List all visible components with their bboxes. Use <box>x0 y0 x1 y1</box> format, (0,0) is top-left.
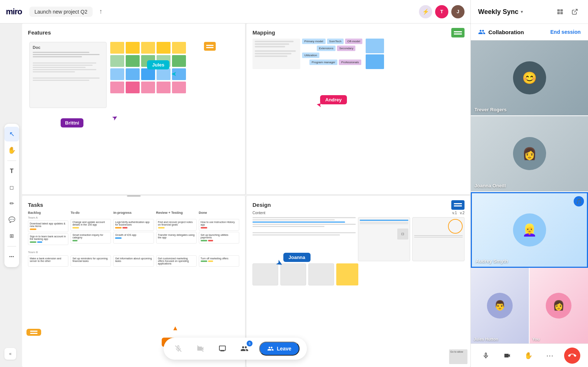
session-chevron-icon[interactable]: ▾ <box>521 9 523 14</box>
tool-hand[interactable]: ✋ <box>4 143 19 158</box>
mapping-text-area <box>252 39 300 69</box>
svg-rect-5 <box>560 12 563 14</box>
kanban-col-inprogress[interactable]: In-progress LogicVerify authentication a… <box>113 211 154 246</box>
cursor-arrow-jules: ➤ <box>171 70 177 78</box>
end-call-button[interactable] <box>564 348 580 364</box>
toolbar-divider-1 <box>7 161 16 161</box>
comment-bubble-orange-features[interactable] <box>204 42 216 51</box>
design-wire-1[interactable] <box>252 263 278 285</box>
kanban-col-todo-title: To-do <box>71 211 111 215</box>
ctrl-mic-button[interactable] <box>478 348 493 363</box>
flow-boxes[interactable]: Primary model SomTech Off-model Extensio… <box>302 39 362 69</box>
kanban-col-backlog[interactable]: Backlog Team A Download latest app updat… <box>28 211 68 246</box>
inprogress-card-2[interactable]: Growth of iOS app <box>113 232 154 244</box>
kanban-col-done[interactable]: Done How to use Instruction History app … <box>199 211 239 246</box>
ctrl-more-button[interactable]: ⋯ <box>543 348 557 363</box>
avatar-user1[interactable]: T <box>435 5 448 18</box>
right-panel-header: Weekly Sync ▾ <box>471 0 588 24</box>
backlog-card-2[interactable]: Sign-in to team bank account in the bank… <box>28 233 68 245</box>
team-b-card-3[interactable]: Get information about upcoming tasks <box>113 255 154 267</box>
review-card-1[interactable]: Find and recover project notes on financ… <box>156 219 197 231</box>
end-session-button[interactable]: End session <box>551 29 581 35</box>
team-b-card-1[interactable]: Make a bank extension and server to the … <box>28 255 68 267</box>
comment-bubble-green-mapping[interactable] <box>451 28 465 37</box>
quadrant-mapping[interactable]: Mapping <box>247 24 470 195</box>
features-title: Features <box>28 29 239 36</box>
done-card-2[interactable]: Set up launching utilities payments <box>199 232 239 244</box>
tool-sticky[interactable]: ◻ <box>4 180 19 195</box>
kanban-col-review[interactable]: Review + Testing Find and recover projec… <box>156 211 197 246</box>
right-panel: Weekly Sync ▾ Collaboration End session … <box>470 0 588 367</box>
external-link-icon[interactable] <box>569 6 581 18</box>
collab-bar: Collaboration End session <box>471 24 588 40</box>
mic-mute-button[interactable] <box>171 341 186 356</box>
video-stop-button[interactable] <box>193 341 208 356</box>
todo-card-1[interactable]: Change and update account details in the… <box>71 219 111 231</box>
avatar-you: 👩 <box>546 293 571 319</box>
video-tile-jules-h[interactable]: 👨 Jules Hutton <box>471 268 530 343</box>
video-label-audrey: Audrey Smyth <box>476 258 508 264</box>
backlog-card-1[interactable]: Download latest app updates & new items <box>28 220 68 232</box>
todo-card-2[interactable]: Smart extraction inquiry for category <box>71 232 111 244</box>
svg-line-6 <box>574 9 577 12</box>
tool-select[interactable]: ↖ <box>4 127 19 141</box>
team-b-card-5[interactable]: Turn off marketing offers <box>199 255 239 267</box>
video-tile-trever[interactable]: 😊 Trever Rogers <box>471 40 588 116</box>
design-wireframes-row2[interactable] <box>252 263 465 285</box>
design-wire-3[interactable] <box>308 263 334 285</box>
team-b-card-2[interactable]: Set up reminders for upcoming financial … <box>71 255 111 267</box>
kanban-col-inprogress-title: In-progress <box>113 211 154 215</box>
video-tile-joanna-o[interactable]: 👩 Joanna Oneill <box>471 116 588 192</box>
team-b-card-4[interactable]: Get customized marketing offers focused … <box>156 255 197 267</box>
video-you: 👩 <box>530 268 588 343</box>
design-v2-mockup[interactable] <box>412 217 465 261</box>
mapping-flow[interactable]: Primary model SomTech Off-model Extensio… <box>252 39 465 69</box>
ctrl-hand-button[interactable]: ✋ <box>521 348 536 363</box>
leave-button[interactable]: Leave <box>259 342 300 356</box>
design-bottom-stickies[interactable]: Go to allow <box>449 349 467 364</box>
layout-icon[interactable] <box>554 6 566 18</box>
chat-bubble-bottom-left[interactable] <box>26 329 41 336</box>
project-title[interactable]: Launch new project Q2 <box>29 7 93 17</box>
design-sticky-yellow[interactable] <box>336 263 358 285</box>
design-v2-label: v.2 <box>460 211 465 215</box>
kanban-board[interactable]: Backlog Team A Download latest app updat… <box>28 211 239 246</box>
mapping-stickies[interactable] <box>366 39 384 69</box>
svg-rect-4 <box>557 12 560 14</box>
design-wire-2[interactable] <box>280 263 306 285</box>
team-b-kanban[interactable]: Make a bank extension and server to the … <box>28 255 239 267</box>
comment-bubble-dark-tasks[interactable] <box>126 196 142 196</box>
kanban-col-done-title: Done <box>199 211 239 215</box>
kanban-col-review-title: Review + Testing <box>156 211 197 215</box>
design-sticky-gray[interactable]: Go to allow <box>449 349 467 364</box>
bottom-toolbar: 5 Leave <box>164 338 307 360</box>
done-card-1[interactable]: How to use Instruction History app <box>199 219 239 231</box>
upload-icon[interactable]: ↑ <box>99 8 103 15</box>
video-tile-audrey[interactable]: 👱‍♀️ Audrey Smyth 🎵 <box>471 192 588 268</box>
video-tile-you[interactable]: 👩 You <box>530 268 588 343</box>
video-tile-split: 👨 Jules Hutton 👩 You <box>471 268 588 343</box>
ctrl-camera-button[interactable] <box>500 348 514 363</box>
comment-bubble-blue-design[interactable] <box>451 200 465 210</box>
kanban-col-todo[interactable]: To-do Change and update account details … <box>71 211 111 246</box>
tool-text[interactable]: T <box>4 164 19 179</box>
cursor-label-brittni: Brittni <box>61 118 83 127</box>
participants-button[interactable]: 5 <box>237 341 252 356</box>
miro-logo: miro <box>6 7 22 17</box>
inprogress-card-1[interactable]: LogicVerify authentication app for busin… <box>113 219 154 231</box>
canvas-area[interactable]: ↖ ✋ T ◻ ✏ 💬 ⊞ ••• Features <box>0 24 470 367</box>
team-b-label: Team B <box>28 251 239 254</box>
tool-more[interactable]: ••• <box>4 249 19 264</box>
session-title-row: Weekly Sync ▾ <box>478 8 523 16</box>
tool-pen[interactable]: ✏ <box>4 196 19 211</box>
tool-frame[interactable]: ⊞ <box>4 229 19 243</box>
quadrant-features[interactable]: Features Doc <box>22 24 246 195</box>
tool-comment[interactable]: 💬 <box>4 212 19 227</box>
share-screen-button[interactable] <box>215 341 230 356</box>
avatar-user2[interactable]: J <box>451 5 465 18</box>
review-card-2[interactable]: Transfer money delegates using the app <box>156 232 197 244</box>
doc-area[interactable]: Doc <box>29 42 107 108</box>
design-v1-mockup[interactable]: □ <box>358 217 410 261</box>
filter-icon[interactable]: ⚡ <box>419 5 432 18</box>
collapse-button[interactable]: « <box>4 348 16 360</box>
